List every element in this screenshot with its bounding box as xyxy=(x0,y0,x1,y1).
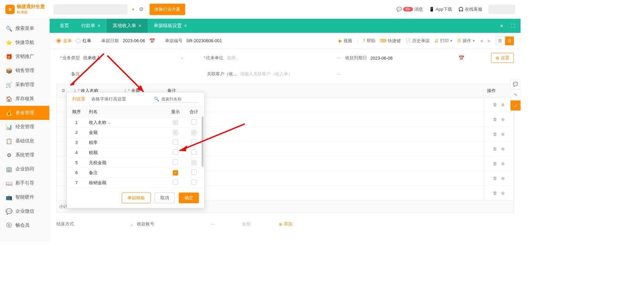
tenant-dropdown[interactable] xyxy=(54,4,127,14)
sidebar-item-10[interactable]: 🏢企业协同 xyxy=(0,162,49,176)
sidebar-icon: 📊 xyxy=(6,124,12,130)
tab-1[interactable]: 付款单✕ xyxy=(75,19,107,33)
close-icon[interactable]: ✕ xyxy=(97,23,101,28)
sidebar-item-6[interactable]: 💰资金管理 xyxy=(0,106,49,120)
tab-2[interactable]: 其他收入单✕ xyxy=(107,19,148,33)
sidebar-item-0[interactable]: 🔍搜索菜单 xyxy=(0,21,49,35)
tab-3[interactable]: 单据模板设置✕ xyxy=(148,19,193,33)
calendar-icon[interactable]: 📅 xyxy=(149,38,155,44)
sidebar-item-13[interactable]: 💬企业微信 xyxy=(0,204,49,218)
tab-0[interactable]: 首页 xyxy=(54,19,75,33)
history-link[interactable]: 📄历史单据 xyxy=(406,38,430,44)
sidebar-item-8[interactable]: 📋基础信息 xyxy=(0,134,49,148)
chevron-down-icon[interactable]: ▾ xyxy=(132,7,134,12)
checkbox[interactable] xyxy=(191,139,197,145)
copy-icon[interactable]: ⊕ xyxy=(501,146,505,151)
checkbox[interactable] xyxy=(173,159,178,165)
delete-icon[interactable]: 🗑 xyxy=(493,132,497,137)
delete-icon[interactable]: 🗑 xyxy=(493,117,497,122)
checkbox[interactable] xyxy=(191,149,197,155)
copy-icon[interactable]: ⊕ xyxy=(501,132,505,137)
sidebar-item-14[interactable]: Ⓥ畅会员 xyxy=(0,218,49,232)
party-select[interactable]: 选择... xyxy=(227,55,333,61)
settings-button[interactable]: ⚙设置 xyxy=(491,53,514,63)
customer-service-link[interactable]: 🎧 在线客服 xyxy=(458,6,482,12)
plus-icon: ⊕ xyxy=(279,222,282,227)
doc-date-value[interactable]: 2023-06-06 xyxy=(123,38,145,43)
fullscreen-icon[interactable]: ⛶ xyxy=(508,21,517,30)
radio-checked-icon xyxy=(56,39,61,43)
copy-icon[interactable]: ⊕ xyxy=(501,191,505,196)
delete-icon[interactable]: 🗑 xyxy=(493,146,497,151)
ops-link[interactable]: ☰操作▾ xyxy=(457,38,475,44)
sidebar-item-5[interactable]: 🏠库存核算 xyxy=(0,92,49,106)
sidebar-item-12[interactable]: 📺智能硬件 xyxy=(0,190,49,204)
copy-icon[interactable]: ⊕ xyxy=(501,176,505,181)
sidebar-item-11[interactable]: 📖新手引导 xyxy=(0,176,49,190)
tab-column-settings[interactable]: 列设置 xyxy=(72,96,85,102)
rel-customer-input[interactable]: 请输入关联客户（收入单） xyxy=(240,71,333,77)
copy-icon[interactable]: ⊕ xyxy=(501,161,505,166)
prev-icon[interactable]: ◀ xyxy=(480,38,483,43)
delete-icon[interactable]: 🗑 xyxy=(493,176,497,181)
experience-button[interactable]: 体验行业方案 xyxy=(150,4,185,15)
messages-link[interactable]: 💬 99+ 消息 xyxy=(396,6,423,12)
popup-buttons: 单据模板 取消 确定 xyxy=(67,188,204,208)
delete-icon[interactable]: 🗑 xyxy=(493,191,497,196)
biz-type-select[interactable]: 往来收入⌄ xyxy=(83,55,197,61)
copy-icon[interactable]: ⊕ xyxy=(501,117,505,122)
user-avatar[interactable] xyxy=(488,5,515,14)
form-row-1: *业务类型 往来收入⌄ *往来单位 选择... ⋯ 收款到期日 2023-06-… xyxy=(50,49,521,67)
sidebar-item-9[interactable]: ⚙系统管理 xyxy=(0,148,49,162)
sidebar-item-1[interactable]: ⭐快捷导航 xyxy=(0,35,49,50)
checkbox[interactable] xyxy=(173,149,178,155)
popup-scrollbar[interactable] xyxy=(202,117,204,167)
gear-icon[interactable]: ⚙ xyxy=(139,6,144,12)
more-icon[interactable]: ⋯ xyxy=(336,72,341,77)
add-button[interactable]: ⊕添加 xyxy=(279,221,292,227)
next-icon[interactable]: ▶ xyxy=(488,38,491,43)
video-link[interactable]: ▶视频 xyxy=(339,38,352,44)
delete-icon[interactable]: 🗑 xyxy=(493,161,497,166)
template-button[interactable]: 单据模板 xyxy=(122,193,151,203)
checkbox[interactable] xyxy=(191,169,197,175)
tab-close-all-icon[interactable]: ✕ xyxy=(497,21,506,30)
print-link[interactable]: 🖨打印▾ xyxy=(434,38,452,44)
checkbox[interactable] xyxy=(173,179,178,185)
more-icon[interactable]: ⋯ xyxy=(211,222,215,227)
app-download-link[interactable]: 📱 App下载 xyxy=(429,6,452,12)
rside-edit-icon[interactable]: ✎ xyxy=(511,90,521,100)
confirm-button[interactable]: 确定 xyxy=(179,193,199,203)
hotkey-link[interactable]: ⌨快捷键 xyxy=(380,38,401,44)
close-icon[interactable]: ✕ xyxy=(184,23,187,28)
sidebar-item-2[interactable]: 🎁营销推广 xyxy=(0,50,49,64)
tab-font-settings[interactable]: 表格字体行高设置 xyxy=(91,96,126,102)
checkbox[interactable] xyxy=(191,119,197,125)
rside-chat-icon[interactable]: 💬 xyxy=(511,79,521,89)
settle-method-select[interactable]: ⌄ xyxy=(80,222,133,227)
column-search-input[interactable] xyxy=(161,97,198,101)
checkbox-checked[interactable] xyxy=(173,170,178,175)
more-icon[interactable]: ⋯ xyxy=(336,56,341,61)
view-card-button[interactable]: ☰ xyxy=(505,37,514,45)
rside-expand-icon[interactable]: ⤢ xyxy=(511,100,521,111)
popup-tabs: 列设置 表格字体行高设置 🔍 xyxy=(67,92,204,106)
cancel-button[interactable]: 取消 xyxy=(155,193,175,203)
red-doc-radio[interactable]: 红单 xyxy=(76,38,91,44)
copy-icon[interactable]: ⊕ xyxy=(501,102,505,107)
due-date-input[interactable]: 2023-06-06 xyxy=(370,56,455,61)
view-list-button[interactable]: ☰ xyxy=(496,37,504,45)
checkbox[interactable] xyxy=(191,179,197,185)
sidebar-item-7[interactable]: 📊经营管理 xyxy=(0,120,49,134)
popup-row: 2金额 xyxy=(67,128,204,138)
sidebar-item-4[interactable]: 🛒采购管理 xyxy=(0,78,49,92)
column-search[interactable]: 🔍 xyxy=(153,96,199,102)
close-icon[interactable]: ✕ xyxy=(138,23,142,28)
help-link[interactable]: ?帮助 xyxy=(363,38,375,44)
col-remark[interactable]: 备注 xyxy=(164,88,483,94)
calendar-icon[interactable]: 📅 xyxy=(459,55,464,61)
checkbox[interactable] xyxy=(173,139,178,145)
blue-doc-radio[interactable]: 蓝单 xyxy=(56,38,72,44)
delete-icon[interactable]: 🗑 xyxy=(493,102,497,107)
sidebar-item-3[interactable]: 📦销售管理 xyxy=(0,64,49,78)
